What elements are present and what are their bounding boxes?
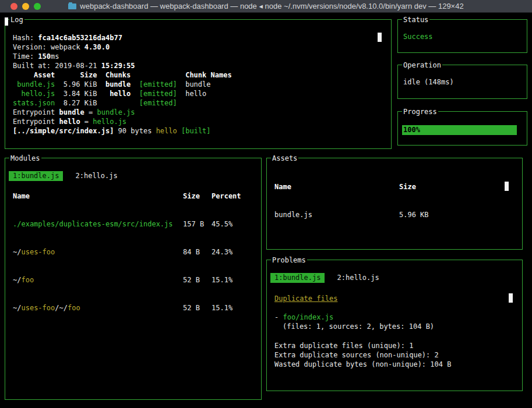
asset-row-name: bundle.js bbox=[274, 210, 312, 219]
operation-panel: Operation idle (148ms) bbox=[397, 65, 527, 99]
window-title: webpack-dashboard — webpack-dashboard — … bbox=[80, 2, 463, 11]
duplicate-file-detail: (files: 1, sources: 2, bytes: 104 B) bbox=[283, 322, 434, 331]
modules-tab-bundle[interactable]: 1:bundle.js bbox=[9, 171, 63, 181]
log-panel: Log Hash: fca14c6ab53216da4b77 Version: … bbox=[5, 19, 392, 149]
operation-value: idle (148ms) bbox=[403, 77, 454, 87]
duplicate-files-heading: Duplicate files bbox=[274, 294, 337, 303]
modules-header-name: Name bbox=[13, 191, 30, 201]
log-built-at-line: Built at: 2019-08-21 15:29:55 bbox=[13, 61, 386, 70]
log-scrollbar-thumb[interactable] bbox=[378, 33, 382, 42]
problems-tabs: 1:bundle.js 2:hello.js bbox=[270, 273, 383, 283]
module-row-size: 157 B bbox=[183, 219, 204, 229]
problems-panel-title: Problems bbox=[271, 256, 307, 265]
assets-panel-title: Assets bbox=[271, 154, 298, 163]
modules-header-percent: Percent bbox=[212, 191, 241, 201]
assets-header-name: Name bbox=[274, 182, 291, 191]
status-value: Success bbox=[403, 32, 433, 41]
status-panel-title: Status bbox=[402, 15, 429, 24]
assets-scrollbar-thumb[interactable] bbox=[505, 182, 509, 191]
modules-tab-hello[interactable]: 2:hello.js bbox=[71, 171, 121, 181]
module-row-size: 52 B bbox=[183, 303, 200, 313]
log-panel-title: Log bbox=[9, 15, 24, 24]
modules-tabs: 1:bundle.js 2:hello.js bbox=[9, 171, 122, 181]
entrypoint-line: Entrypoint bundle = bundle.js bbox=[13, 108, 386, 117]
terminal-cursor bbox=[5, 17, 8, 26]
module-row-name: ~/foo bbox=[13, 275, 34, 285]
progress-panel-title: Progress bbox=[402, 107, 438, 116]
close-button[interactable] bbox=[10, 3, 17, 10]
window-titlebar: webpack-dashboard — webpack-dashboard — … bbox=[0, 0, 532, 13]
module-row-name: ./examples/duplicates-esm/src/index.js bbox=[13, 219, 173, 229]
entrypoint-line: Entrypoint hello = hello.js bbox=[13, 117, 386, 126]
module-row-name: ~/uses-foo/~/foo bbox=[13, 303, 80, 313]
assets-panel: Assets Name Size bundle.js 5.96 KB bbox=[266, 158, 523, 250]
module-row-name: ~/uses-foo bbox=[13, 247, 55, 257]
module-row-size: 52 B bbox=[183, 275, 200, 285]
progress-bar: 100% bbox=[402, 125, 517, 135]
log-hash-line: Hash: fca14c6ab53216da4b77 bbox=[13, 33, 386, 42]
progress-panel: Progress 100% bbox=[397, 111, 527, 146]
problems-scrollbar-thumb[interactable] bbox=[509, 293, 513, 303]
module-row-percent: 15.1% bbox=[212, 303, 232, 313]
folder-icon bbox=[68, 3, 76, 9]
webpack-version: 4.30.0 bbox=[84, 43, 110, 51]
duplicate-file-item: - foo/index.js bbox=[274, 313, 333, 322]
asset-table-header: AssetSizeChunksChunk Names bbox=[13, 70, 386, 80]
asset-row-size: 5.96 KB bbox=[399, 210, 429, 219]
summary-line: Extra duplicate files (unique): 1 bbox=[274, 341, 413, 350]
module-row-percent: 45.5% bbox=[212, 219, 232, 229]
module-row-size: 84 B bbox=[183, 247, 200, 257]
asset-table-row: hello.js3.84 KiBhello[emitted]hello bbox=[13, 89, 386, 98]
log-time-line: Time: 150ms bbox=[13, 52, 386, 61]
built-at-time: 15:29:55 bbox=[101, 62, 135, 70]
log-output: Hash: fca14c6ab53216da4b77 Version: webp… bbox=[13, 33, 386, 136]
problems-tab-bundle[interactable]: 1:bundle.js bbox=[270, 273, 325, 283]
assets-header-size: Size bbox=[399, 182, 416, 191]
zoom-button[interactable] bbox=[34, 3, 41, 10]
problems-tab-hello[interactable]: 2:hello.js bbox=[333, 273, 383, 283]
build-time-ms: 150 bbox=[38, 52, 51, 61]
modules-panel: Modules 1:bundle.js 2:hello.js Name Size… bbox=[5, 158, 262, 400]
log-version-line: Version: webpack 4.30.0 bbox=[13, 42, 386, 52]
asset-table-row: bundle.js5.96 KiBbundle[emitted]bundle bbox=[13, 80, 386, 89]
module-row-percent: 15.1% bbox=[212, 275, 232, 285]
summary-line: Wasted duplicate bytes (non-unique): 104… bbox=[274, 360, 451, 369]
modules-header-size: Size bbox=[183, 191, 200, 201]
summary-line: Extra duplicate sources (non-unique): 2 bbox=[274, 350, 439, 360]
build-hash: fca14c6ab53216da4b77 bbox=[38, 34, 122, 42]
modules-panel-title: Modules bbox=[9, 154, 41, 163]
module-row-percent: 24.3% bbox=[212, 247, 232, 257]
minimize-button[interactable] bbox=[22, 3, 29, 10]
asset-table-row: stats.json8.27 KiB[emitted] bbox=[13, 98, 386, 108]
built-module-line: [../simple/src/index.js] 90 bytes hello … bbox=[13, 126, 386, 136]
status-panel: Status Success bbox=[397, 19, 527, 53]
problems-panel: Problems 1:bundle.js 2:hello.js Duplicat… bbox=[266, 260, 523, 391]
operation-panel-title: Operation bbox=[402, 61, 442, 70]
